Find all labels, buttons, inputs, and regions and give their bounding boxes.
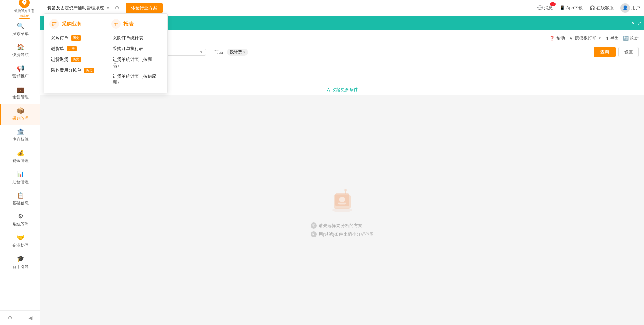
svg-point-7: [344, 189, 347, 191]
logo-subtitle: 畅捷通好生意: [14, 9, 34, 13]
sidebar-item-operation[interactable]: 📊 经营管理: [0, 167, 40, 188]
dropdown-purchase-order[interactable]: 采购订单 历史: [49, 33, 100, 43]
purchase-order-exec-label: 采购订单执行表: [113, 46, 143, 52]
sidebar-item-guide[interactable]: 🎓 新手引导: [0, 252, 40, 273]
message-count: 5: [550, 2, 556, 6]
dropdown-cost[interactable]: 采购费用分摊单 历史: [49, 65, 100, 76]
sidebar-item-sales[interactable]: 💼 销售管理: [0, 82, 40, 104]
sidebar-item-purchase[interactable]: 📦 采购管理: [0, 104, 40, 125]
message-icon: 💬: [537, 5, 543, 10]
system-title-text: 装备及固定资产辅助管理系统: [47, 5, 104, 11]
dropdown-return[interactable]: 进货退货 历史: [49, 54, 100, 65]
refresh-btn[interactable]: 🔄 刷新: [623, 35, 639, 41]
chart-icon: 📊: [17, 170, 24, 178]
collapse-label: 收起更多条件: [332, 87, 358, 93]
query-button[interactable]: 查询: [594, 47, 616, 57]
incoming-by-goods-label: 进货单统计表（按商品）: [113, 56, 161, 69]
goods-tag: 设计费 ×: [227, 49, 248, 56]
sidebar-item-basic[interactable]: 📋 基础信息: [0, 188, 40, 209]
refresh-label: 刷新: [630, 35, 639, 41]
purchase-order-history: 历史: [71, 35, 81, 41]
return-history: 历史: [71, 57, 81, 62]
svg-rect-4: [338, 202, 347, 203]
purchase-order-label: 采购订单: [51, 35, 68, 41]
dropdown-incoming-by-goods[interactable]: 进货单统计表（按商品）: [111, 54, 162, 71]
tip-num-2: ②: [311, 231, 317, 237]
dropdown-purchase-order-exec[interactable]: 采购订单执行表: [111, 43, 162, 54]
dropdown-incoming-by-supplier[interactable]: 进货单统计表（按供应商）: [111, 71, 162, 88]
money-icon: 💰: [17, 149, 24, 157]
gear-icon: ⚙: [18, 213, 23, 220]
goods-tag-text: 设计费: [230, 49, 242, 55]
home-icon: 🏠: [17, 43, 24, 51]
logo-area: 畅捷通好生意 标准版: [4, 0, 44, 19]
dropdown-report-col: 报表 采购订单统计表 采购订单执行表 进货单统计表（按商品） 进货单统计表（按供…: [106, 19, 168, 88]
incoming-history: 历史: [67, 46, 77, 51]
sidebar: 🔍 搜索菜单 🏠 快捷导航 📢 营销推广 💼 销售管理 📦 采购管理 🏦 库存核…: [0, 16, 40, 325]
export-icon: ⬆: [605, 36, 609, 41]
sidebar-item-marketing[interactable]: 📢 营销推广: [0, 61, 40, 82]
help-icon: ❓: [549, 36, 555, 41]
settings-bottom-icon[interactable]: ⚙: [8, 315, 12, 321]
tip-text-2: 用[过滤]条件来缩小分析范围: [319, 231, 373, 237]
sidebar-item-finance[interactable]: 💰 资金管理: [0, 146, 40, 167]
user-label: 用户: [631, 5, 640, 11]
sidebar-item-nav[interactable]: 🏠 快捷导航: [0, 40, 40, 61]
trial-button[interactable]: 体验行业方案: [126, 3, 163, 13]
sidebar-sales-label: 销售管理: [12, 94, 29, 100]
tip-text-1: 请先选择要分析的方案: [319, 222, 362, 229]
goods-label: 商品: [214, 49, 223, 55]
cost-label: 采购费用分摊单: [51, 67, 81, 73]
dropdown-incoming[interactable]: 进货单 历史: [49, 43, 100, 54]
app-download-item[interactable]: 📱 App下载: [560, 5, 583, 11]
collapse-up-icon: ⋀: [327, 87, 330, 92]
online-service-label: 在线客服: [596, 5, 614, 11]
search-icon: 🔍: [17, 22, 24, 30]
goods-tag-close[interactable]: ×: [243, 50, 245, 54]
package-icon: 📦: [17, 107, 24, 114]
goods-more-btn[interactable]: ···: [252, 49, 258, 55]
purchase-order-stat-label: 采购订单统计表: [113, 35, 143, 41]
voucher-status-arrow: ▼: [200, 50, 203, 54]
sidebar-item-collab[interactable]: 🤝 企业协同: [0, 231, 40, 252]
sidebar-collab-label: 企业协同: [12, 243, 29, 248]
dropdown-menu: 采购业务 采购订单 历史 进货单 历史 进货退货 历史 采购费用分摊单 历史 报…: [44, 13, 168, 93]
window-close-btn[interactable]: ×: [631, 20, 634, 26]
print-icon: 🖨: [569, 36, 573, 41]
guide-icon: 🎓: [17, 255, 24, 262]
print-btn[interactable]: 🖨 按模板打印 ▼: [569, 35, 601, 41]
export-btn[interactable]: ⬆ 导出: [605, 35, 619, 41]
logo-tag: 标准版: [19, 14, 30, 19]
sidebar-item-inventory[interactable]: 🏦 库存核算: [0, 125, 40, 146]
message-item[interactable]: 💬 消息 5: [537, 5, 553, 11]
help-label: 帮助: [556, 35, 565, 41]
svg-rect-8: [114, 22, 118, 26]
separator-2: [210, 49, 210, 55]
handshake-icon: 🤝: [17, 234, 24, 241]
sidebar-nav-label: 快捷导航: [12, 52, 29, 58]
system-dropdown-arrow[interactable]: ▼: [106, 6, 110, 10]
svg-point-3: [339, 197, 345, 202]
refresh-icon: 🔄: [623, 36, 629, 41]
mobile-icon: 📱: [560, 5, 565, 10]
system-settings-icon[interactable]: ⚙: [115, 5, 119, 11]
dropdown-purchase-order-stat[interactable]: 采购订单统计表: [111, 33, 162, 43]
sidebar-operation-label: 经营管理: [12, 179, 29, 185]
headset-icon: 🎧: [589, 5, 595, 10]
online-service-item[interactable]: 🎧 在线客服: [589, 5, 614, 11]
collapse-sidebar-icon[interactable]: ◀: [28, 315, 32, 321]
help-btn[interactable]: ❓ 帮助: [549, 35, 565, 41]
empty-illustration: [325, 184, 359, 217]
empty-tip-1: ① 请先选择要分析的方案: [311, 222, 373, 229]
sidebar-item-system[interactable]: ⚙ 系统管理: [0, 209, 40, 231]
print-label: 按模板打印: [575, 35, 597, 41]
user-item[interactable]: 👤 用户: [620, 3, 640, 13]
report-col-title: 报表: [123, 21, 134, 27]
incoming-by-supplier-label: 进货单统计表（按供应商）: [113, 73, 161, 85]
print-dropdown-icon: ▼: [598, 36, 601, 40]
settings-button[interactable]: 设置: [618, 47, 639, 57]
sidebar-item-search[interactable]: 🔍 搜索菜单: [0, 19, 40, 40]
sidebar-purchase-label: 采购管理: [12, 116, 29, 121]
window-expand-btn[interactable]: ⤢: [637, 20, 641, 26]
system-title-area: 装备及固定资产辅助管理系统 ▼ ⚙ 体验行业方案: [47, 3, 537, 13]
